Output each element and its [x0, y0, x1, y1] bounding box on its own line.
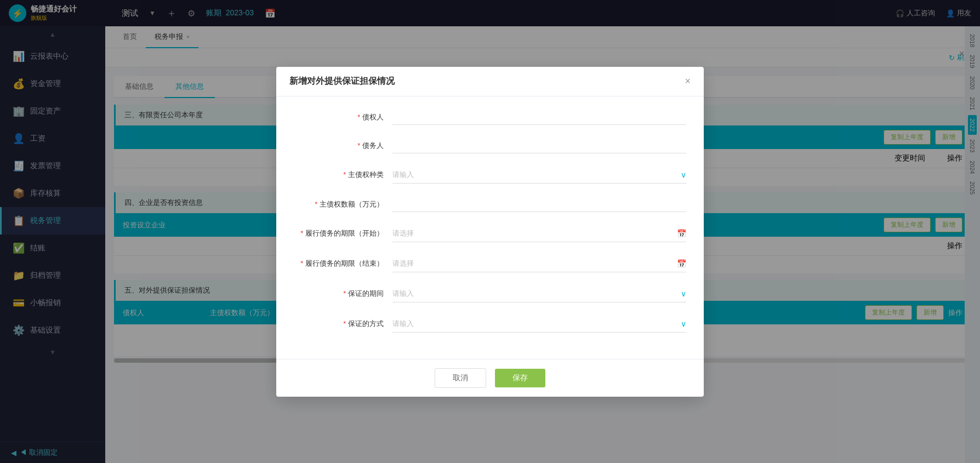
- form-row-claim-type: * 主债权种类 请输入 ∨: [294, 167, 686, 184]
- guarantee-method-field: 请输入 ∨: [392, 316, 686, 333]
- period-end-date[interactable]: 请选择 📅: [392, 255, 686, 272]
- form-row-claim-amount: * 主债权数额（万元）: [294, 197, 686, 212]
- modal-header: 新增对外提供保证担保情况 ×: [276, 67, 704, 96]
- guarantee-method-arrow-icon: ∨: [681, 319, 686, 328]
- claim-type-label: * 主债权种类: [294, 170, 392, 180]
- form-row-guarantee-period: * 保证的期间 请输入 ∨: [294, 285, 686, 302]
- cancel-button[interactable]: 取消: [435, 368, 486, 388]
- claim-type-arrow-icon: ∨: [681, 170, 686, 179]
- modal-footer: 取消 保存: [276, 359, 704, 397]
- creditor-field: [392, 110, 686, 125]
- modal-dialog: 新增对外提供保证担保情况 × * 债权人 * 债务人: [276, 67, 704, 397]
- form-row-guarantee-method: * 保证的方式 请输入 ∨: [294, 316, 686, 333]
- modal-body: * 债权人 * 债务人 *: [276, 96, 704, 359]
- creditor-label: * 债权人: [294, 112, 392, 122]
- modal-close-btn[interactable]: ×: [685, 76, 691, 86]
- save-button[interactable]: 保存: [495, 369, 545, 387]
- period-end-field: 请选择 📅: [392, 255, 686, 272]
- debtor-label: * 债务人: [294, 141, 392, 151]
- guarantee-period-select[interactable]: 请输入 ∨: [392, 285, 686, 302]
- claim-amount-field: [392, 197, 686, 212]
- period-end-label: * 履行债务的期限（结束）: [294, 259, 392, 268]
- period-start-label: * 履行债务的期限（开始）: [294, 228, 392, 238]
- modal-overlay: 新增对外提供保证担保情况 × * 债权人 * 债务人: [0, 0, 980, 463]
- debtor-input[interactable]: [392, 138, 686, 153]
- modal-title: 新增对外提供保证担保情况: [289, 76, 395, 87]
- creditor-input[interactable]: [392, 110, 686, 125]
- guarantee-method-select[interactable]: 请输入 ∨: [392, 316, 686, 333]
- claim-amount-input[interactable]: [392, 197, 686, 212]
- period-start-calendar-icon: 📅: [677, 229, 686, 238]
- period-end-calendar-icon: 📅: [677, 259, 686, 268]
- period-start-field: 请选择 📅: [392, 225, 686, 242]
- form-row-period-start: * 履行债务的期限（开始） 请选择 📅: [294, 225, 686, 242]
- guarantee-period-arrow-icon: ∨: [681, 289, 686, 298]
- claim-type-select[interactable]: 请输入 ∨: [392, 167, 686, 184]
- guarantee-period-field: 请输入 ∨: [392, 285, 686, 302]
- form-row-creditor: * 债权人: [294, 110, 686, 125]
- period-start-date[interactable]: 请选择 📅: [392, 225, 686, 242]
- claim-amount-label: * 主债权数额（万元）: [294, 199, 392, 209]
- form-row-debtor: * 债务人: [294, 138, 686, 153]
- debtor-field: [392, 138, 686, 153]
- guarantee-period-label: * 保证的期间: [294, 289, 392, 299]
- form-row-period-end: * 履行债务的期限（结束） 请选择 📅: [294, 255, 686, 272]
- claim-type-field: 请输入 ∨: [392, 167, 686, 184]
- guarantee-method-label: * 保证的方式: [294, 319, 392, 329]
